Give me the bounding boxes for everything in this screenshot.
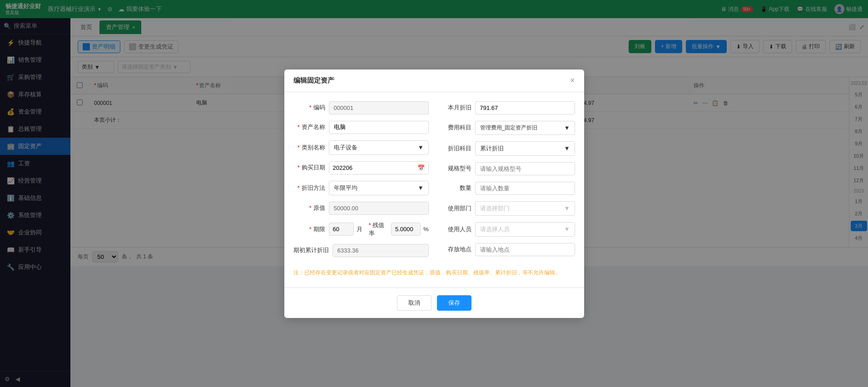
form-item-quantity: 数量 bbox=[440, 182, 575, 195]
chevron-down-icon: ▼ bbox=[564, 205, 570, 212]
user-select[interactable]: 请选择人员 ▼ bbox=[475, 222, 575, 237]
original-value-input[interactable] bbox=[329, 202, 429, 215]
chevron-down-icon: ▼ bbox=[564, 145, 570, 152]
modal-footer: 取消 保存 bbox=[284, 288, 584, 318]
name-input[interactable] bbox=[329, 121, 429, 134]
calendar-icon[interactable]: 📅 bbox=[414, 164, 428, 171]
form-right: 本月折旧 费用科目 管理费用_固定资产折旧 ▼ 折旧科目 bbox=[440, 101, 575, 263]
edit-asset-modal: 编辑固定资产 × * 编码 * 资产名称 bbox=[284, 69, 584, 318]
modal-title: 编辑固定资产 bbox=[293, 76, 334, 85]
modal-header: 编辑固定资产 × bbox=[284, 69, 584, 92]
form-item-init-dep: 期初累计折旧 bbox=[293, 244, 429, 257]
chevron-down-icon: ▼ bbox=[418, 144, 424, 151]
form-item-name: * 资产名称 bbox=[293, 121, 429, 134]
form-item-expense-subject: 费用科目 管理费用_固定资产折旧 ▼ bbox=[440, 121, 575, 135]
form-item-dep-method: * 折旧方法 年限平均 ▼ bbox=[293, 181, 429, 195]
period-group: 月 * 残值率 % bbox=[329, 221, 429, 238]
modal-close-btn[interactable]: × bbox=[570, 76, 575, 85]
form-item-spec: 规格型号 bbox=[440, 162, 575, 175]
form-item-monthly-dep: 本月折旧 bbox=[440, 101, 575, 114]
purchase-date-input[interactable] bbox=[329, 162, 414, 174]
residual-rate-input[interactable] bbox=[391, 223, 421, 236]
category-select[interactable]: 电子设备 ▼ bbox=[329, 140, 429, 155]
init-dep-input[interactable] bbox=[332, 244, 429, 257]
form-item-period: * 期限 月 * 残值率 % bbox=[293, 221, 429, 238]
date-input-wrap: 📅 bbox=[329, 161, 429, 174]
form-item-original-value: * 原值 bbox=[293, 202, 429, 215]
modal-note: 注：已经存在变更记录或者对应固定资产已经生成凭证，原值、购买日期、残值率、累计折… bbox=[293, 263, 575, 278]
form-item-department: 使用部门 请选择部门 ▼ bbox=[440, 201, 575, 216]
form-item-category: * 类别名称 电子设备 ▼ bbox=[293, 140, 429, 155]
form-grid: * 编码 * 资产名称 * 类别名称 电子设备 ▼ bbox=[293, 101, 575, 263]
form-left: * 编码 * 资产名称 * 类别名称 电子设备 ▼ bbox=[293, 101, 429, 263]
form-item-purchase-date: * 购买日期 📅 bbox=[293, 161, 429, 174]
form-item-user: 使用人员 请选择人员 ▼ bbox=[440, 222, 575, 237]
form-item-location: 存放地点 bbox=[440, 243, 575, 256]
chevron-down-icon: ▼ bbox=[564, 226, 570, 233]
quantity-input[interactable] bbox=[475, 182, 575, 195]
chevron-down-icon: ▼ bbox=[564, 124, 570, 131]
expense-subject-select[interactable]: 管理费用_固定资产折旧 ▼ bbox=[475, 121, 575, 135]
modal-overlay: 编辑固定资产 × * 编码 * 资产名称 bbox=[0, 0, 868, 387]
dep-subject-select[interactable]: 累计折旧 ▼ bbox=[475, 141, 575, 156]
code-input[interactable] bbox=[329, 101, 429, 114]
form-item-dep-subject: 折旧科目 累计折旧 ▼ bbox=[440, 141, 575, 156]
modal-body: * 编码 * 资产名称 * 类别名称 电子设备 ▼ bbox=[284, 92, 584, 288]
cancel-button[interactable]: 取消 bbox=[397, 295, 432, 311]
spec-input[interactable] bbox=[475, 162, 575, 175]
monthly-dep-input[interactable] bbox=[475, 101, 575, 114]
save-button[interactable]: 保存 bbox=[437, 295, 471, 311]
period-input[interactable] bbox=[329, 223, 354, 236]
location-input[interactable] bbox=[475, 243, 575, 256]
chevron-down-icon: ▼ bbox=[418, 184, 424, 191]
department-select[interactable]: 请选择部门 ▼ bbox=[475, 201, 575, 216]
dep-method-select[interactable]: 年限平均 ▼ bbox=[329, 181, 429, 195]
form-item-code: * 编码 bbox=[293, 101, 429, 114]
